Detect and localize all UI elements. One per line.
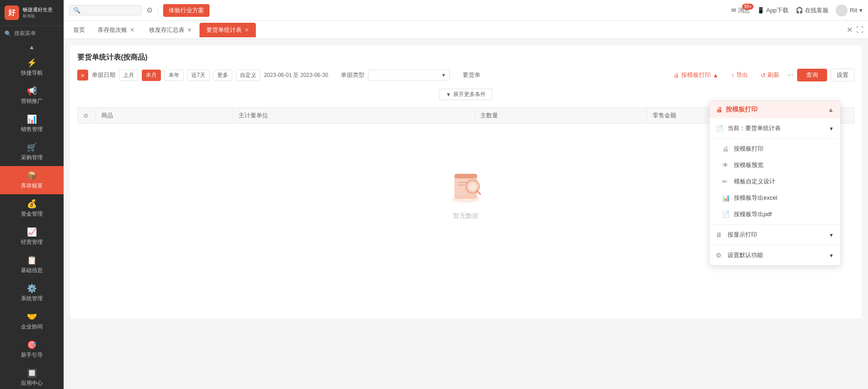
- page-content: 要货单统计表(按商品) » 单据日期 上月 本月 本年 近7天 更多 自定义 2…: [64, 39, 868, 389]
- dropdown-display-print-btn[interactable]: 🖥 按显示打印 ▾: [709, 227, 840, 243]
- messages-btn[interactable]: ✉ 消息 99+: [731, 6, 750, 15]
- current-template-label: 当前：要货单统计表: [728, 124, 781, 132]
- inventory-icon: 📦: [27, 171, 37, 181]
- dropdown-template-print-btn[interactable]: 🖨 按模板打印: [709, 141, 840, 157]
- type-filter-select[interactable]: ▾: [368, 70, 450, 81]
- display-print-label: 按显示打印: [728, 231, 757, 239]
- scroll-up-btn[interactable]: ▲: [0, 41, 64, 53]
- date-more-btn[interactable]: 更多: [213, 70, 232, 81]
- export-pdf-label: 按模板导出pdf: [734, 210, 772, 218]
- settings-btn[interactable]: 设置: [831, 69, 854, 81]
- sidebar-item-inventory[interactable]: 📦 库存核算: [0, 166, 64, 194]
- purchase-label: 采购管理: [21, 154, 43, 162]
- app-logo: 好 畅捷通好生意 标准版: [0, 0, 64, 26]
- dropdown-template-design-btn[interactable]: ✏ 模板自定义设计: [709, 173, 840, 190]
- dropdown-current-template-btn[interactable]: 📄 当前：要货单统计表 ▾: [709, 120, 840, 136]
- logo-icon: 好: [5, 5, 19, 20]
- quick-nav-icon: ⚡: [27, 58, 37, 68]
- dropdown-header-left: 🖨 按模板打印: [716, 106, 758, 114]
- tab-receipt-summary[interactable]: 收发存汇总表 ✕: [142, 23, 199, 37]
- dropdown-export-pdf-btn[interactable]: 📄 按模板导出pdf: [709, 206, 840, 222]
- tab-order-stats[interactable]: 要货单统计表 ✕: [200, 23, 256, 37]
- dropdown-export-excel-btn[interactable]: 📊 按模板导出excel: [709, 190, 840, 206]
- app-download-btn[interactable]: 📱 App下载: [757, 6, 788, 15]
- page-title: 要货单统计表(按商品): [77, 53, 854, 62]
- refresh-icon: ↺: [761, 72, 766, 79]
- inventory-label: 库存核算: [21, 182, 43, 190]
- header-gear-icon[interactable]: ⚙: [146, 6, 153, 15]
- search-label: 搜索菜单: [14, 30, 36, 37]
- table-header-unit: 主计量单位: [233, 108, 475, 124]
- date-custom-btn[interactable]: 自定义: [236, 70, 260, 81]
- main-content: 🔍 ⚙ | 体验行业方案 ✉ 消息 99+ 📱 App下载 🎧 在线客服 Rit: [64, 0, 868, 389]
- filter-expand-icon-btn[interactable]: »: [77, 70, 88, 81]
- refresh-btn[interactable]: ↺ 刷新: [756, 69, 784, 81]
- tab-order-stats-close-icon[interactable]: ✕: [244, 27, 249, 33]
- default-settings-icon: ⚙: [716, 252, 723, 259]
- current-doc-icon: 📄: [716, 125, 723, 132]
- purchase-icon: 🛒: [27, 142, 37, 152]
- empty-illustration: [443, 160, 489, 206]
- dropdown-template-preview-btn[interactable]: 👁 按模板预览: [709, 157, 840, 173]
- dropdown-default-setting-btn[interactable]: ⚙ 设置默认功能 ▾: [709, 247, 840, 263]
- tab-close-all-icon[interactable]: ✕: [847, 25, 853, 34]
- more-actions-btn[interactable]: ···: [788, 71, 793, 79]
- finance-label: 资金管理: [21, 210, 43, 218]
- header-search-box[interactable]: 🔍: [69, 5, 142, 15]
- sidebar-search[interactable]: 🔍 搜索菜单: [0, 26, 64, 41]
- svg-point-4: [468, 182, 477, 191]
- trial-btn[interactable]: 体验行业方案: [163, 4, 210, 17]
- search-icon: 🔍: [5, 30, 11, 37]
- table-settings-icon[interactable]: ⚙: [83, 112, 89, 119]
- sidebar-item-basic[interactable]: 📋 基础信息: [0, 251, 64, 279]
- export-icon: ↑: [731, 72, 734, 79]
- tab-batch-account-close-icon[interactable]: ✕: [130, 27, 135, 33]
- template-print-icon: 🖨: [722, 145, 729, 152]
- svg-rect-2: [454, 174, 477, 178]
- display-print-chevron-icon: ▾: [830, 232, 833, 238]
- date-this-month-btn[interactable]: 本月: [142, 70, 161, 81]
- sidebar-item-sales[interactable]: 📊 销售管理: [0, 110, 64, 138]
- refresh-btn-label: 刷新: [768, 71, 779, 79]
- finance-icon: 💰: [27, 199, 37, 209]
- export-btn[interactable]: ↑ 导出: [727, 69, 753, 81]
- user-profile-btn[interactable]: Rit ▾: [836, 5, 863, 16]
- print-btn[interactable]: 🖨 按模板打印 ▲: [669, 69, 723, 81]
- print-header-icon: 🖨: [716, 106, 722, 113]
- tab-receipt-summary-close-icon[interactable]: ✕: [187, 27, 192, 33]
- date-7days-btn[interactable]: 近7天: [187, 70, 210, 81]
- service-label: 在线客服: [805, 6, 828, 15]
- dropdown-current-left: 📄 当前：要货单统计表: [716, 124, 781, 132]
- sidebar-item-operation[interactable]: 📈 经营管理: [0, 222, 64, 251]
- expand-more-btn[interactable]: ▼ 展开更多条件: [439, 89, 493, 100]
- dropdown-section-display: 🖥 按显示打印 ▾: [709, 225, 840, 245]
- online-service-btn[interactable]: 🎧 在线客服: [796, 6, 828, 15]
- action-buttons: 🖨 按模板打印 ▲ ↑ 导出 ↺ 刷新 ··· 查询 设置: [669, 69, 854, 81]
- sidebar-item-guide[interactable]: 🎯 新手引导: [0, 335, 64, 364]
- query-btn[interactable]: 查询: [797, 69, 827, 81]
- tab-home[interactable]: 首页: [68, 23, 90, 37]
- sidebar-item-quick-nav[interactable]: ⚡ 快捷导航: [0, 53, 64, 81]
- sidebar-item-marketing[interactable]: 📢 营销推广: [0, 81, 64, 110]
- dropdown-header[interactable]: 🖨 按模板打印 ▲: [709, 101, 840, 118]
- tab-expand-icon[interactable]: ⛶: [856, 26, 863, 34]
- date-this-year-btn[interactable]: 本年: [165, 70, 184, 81]
- template-preview-label: 按模板预览: [734, 161, 763, 169]
- sidebar-item-appstore[interactable]: 🔲 应用中心: [0, 364, 64, 389]
- dropdown-collapse-icon: ▲: [828, 106, 834, 113]
- quick-nav-label: 快捷导航: [21, 69, 43, 77]
- logo-text-container: 畅捷通好生意 标准版: [23, 6, 53, 19]
- default-settings-label: 设置默认功能: [728, 251, 763, 259]
- tab-receipt-summary-label: 收发存汇总表: [149, 26, 185, 34]
- header-search-input[interactable]: [83, 7, 138, 14]
- sidebar-item-finance[interactable]: 💰 资金管理: [0, 194, 64, 222]
- default-settings-chevron-icon: ▾: [830, 252, 833, 259]
- sidebar: 好 畅捷通好生意 标准版 🔍 搜索菜单 ▲ ⚡ 快捷导航 📢 营销推广 📊 销售…: [0, 0, 64, 389]
- tab-bar: 首页 库存批次账 ✕ 收发存汇总表 ✕ 要货单统计表 ✕ ✕ ⛶: [64, 21, 868, 39]
- tab-batch-account[interactable]: 库存批次账 ✕: [91, 23, 141, 37]
- header-search-icon: 🔍: [73, 7, 80, 14]
- date-last-month-btn[interactable]: 上月: [119, 70, 138, 81]
- sidebar-item-system[interactable]: ⚙️ 系统管理: [0, 279, 64, 307]
- sidebar-item-purchase[interactable]: 🛒 采购管理: [0, 138, 64, 166]
- sidebar-item-collab[interactable]: 🤝 企业协同: [0, 307, 64, 335]
